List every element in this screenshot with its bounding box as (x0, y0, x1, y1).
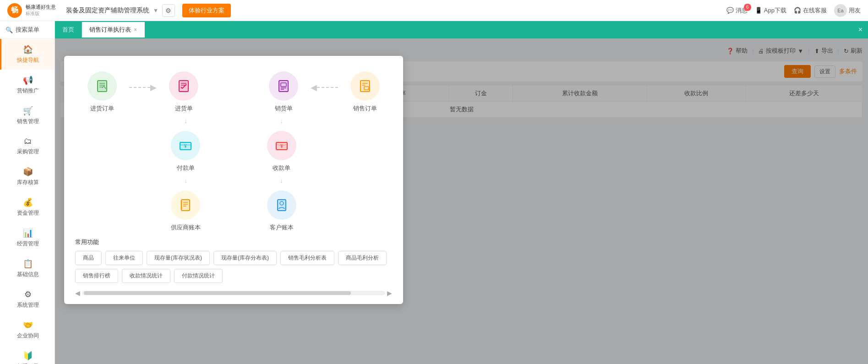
wf-node-receipt[interactable]: ¥ 收款单 (267, 126, 296, 177)
top-header: 畅 畅康通好生意 标准版 装备及固定资产辅助管理系统 ▼ ⚙ 体验行业方案 💬 … (0, 0, 868, 21)
purchase-icon: 🗂 (24, 136, 32, 146)
tab-close-icon[interactable]: × (134, 27, 137, 33)
sidebar-item-enterprise[interactable]: 🤝 企业协同 (0, 315, 55, 345)
sidebar-item-inventory[interactable]: 📦 库存核算 (0, 161, 55, 192)
payment-icon: ¥ (171, 131, 200, 160)
user-item[interactable]: Ea 用友 (834, 4, 861, 17)
system-dropdown-arrow[interactable]: ▼ (153, 7, 158, 14)
system-icon: ⚙ (24, 289, 32, 299)
svg-rect-31 (180, 201, 182, 210)
tab-home-label: 首页 (62, 26, 74, 34)
app-name: 畅康通好生意 (26, 4, 56, 10)
tab-sales-order-label: 销售订单执行表 (89, 26, 131, 34)
search-menu-label: 搜索菜单 (16, 26, 39, 34)
svg-rect-22 (180, 144, 191, 146)
app-logo-icon: 畅 (7, 3, 22, 18)
receipt-icon: ¥ (267, 131, 296, 160)
message-item[interactable]: 💬 消息 6 (726, 6, 748, 15)
main-layout: 🔍 搜索菜单 🏠 快捷导航 📢 营销推广 🛒 销售管理 🗂 采购管理 📦 库存核… (0, 21, 868, 364)
wf-node-purchase-bill[interactable]: 进货单 (157, 67, 211, 117)
wf-node-customer-ledger[interactable]: 客户账本 (267, 186, 296, 236)
wf-node-sales-order[interactable]: 销售订单 (338, 67, 392, 117)
wf-node-supplier-ledger[interactable]: 供应商账本 (171, 186, 201, 236)
wf-col-customer-ledger: ↓ 客户账本 (252, 177, 311, 236)
sidebar-item-label-finance: 资金管理 (17, 209, 39, 217)
modal-scroll-thumb (84, 291, 351, 295)
search-menu[interactable]: 🔍 搜索菜单 (0, 21, 55, 39)
cf-buttons-row1: 商品 往来单位 现存量(库存状况表) 现存量(库存分布表) 销售毛利分析表 商品… (75, 251, 392, 265)
sidebar-item-guide[interactable]: 🔰 新手引导 (0, 345, 55, 364)
workflow-diagram: 进货订单 ▶ (75, 67, 392, 236)
tab-home[interactable]: 首页 (55, 22, 82, 38)
purchase-bill-icon (169, 71, 198, 101)
sidebar-item-system[interactable]: ⚙ 系统管理 (0, 284, 55, 315)
avatar: Ea (834, 4, 847, 17)
sidebar-item-quick-nav[interactable]: 🏠 快捷导航 (0, 39, 55, 70)
cf-btn-sales-rank[interactable]: 销售排行榜 (75, 269, 118, 283)
sales-icon: 🛒 (23, 106, 33, 116)
sidebar-item-purchase[interactable]: 🗂 采购管理 (0, 131, 55, 161)
cf-btn-stock-status[interactable]: 现存量(库存状况表) (147, 251, 210, 265)
trial-button[interactable]: 体验行业方案 (182, 4, 231, 17)
sidebar-item-label-purchase: 采购管理 (17, 148, 39, 156)
svg-rect-5 (179, 81, 188, 92)
wf-col-payment: ↓ ¥ 付款单 (156, 117, 215, 177)
sales-bill-label: 销货单 (275, 104, 293, 113)
tab-close-all[interactable]: × (853, 26, 868, 34)
settings-button[interactable]: ⚙ (162, 4, 175, 17)
wf-node-payment[interactable]: ¥ 付款单 (171, 126, 200, 177)
tab-sales-order[interactable]: 销售订单执行表 × (82, 22, 145, 38)
common-functions: 常用功能 商品 往来单位 现存量(库存状况表) 现存量(库存分布表) 销售毛利分… (75, 238, 392, 283)
modal-scrollbar-area: ◀ ▶ (75, 289, 392, 297)
sidebar-item-label-system: 系统管理 (17, 301, 39, 309)
customer-ledger-label: 客户账本 (270, 223, 294, 232)
logo-area: 畅 畅康通好生意 标准版 (7, 3, 62, 18)
modal-scrollbar[interactable] (82, 291, 385, 295)
arrow-sales-order-to-bill: ◀ (311, 82, 338, 92)
sidebar-item-sales[interactable]: 🛒 销售管理 (0, 100, 55, 131)
svg-rect-9 (279, 81, 288, 92)
modal-overlay[interactable]: 进货订单 ▶ (55, 38, 868, 364)
sidebar-item-finance[interactable]: 💰 资金管理 (0, 192, 55, 223)
cf-btn-receipt-stats[interactable]: 收款情况统计 (122, 269, 170, 283)
finance-icon: 💰 (23, 197, 33, 207)
wf-col-supplier-ledger: ↓ 供应商账本 (156, 177, 215, 236)
arrow-down-payment: ↓ (184, 117, 187, 125)
cf-btn-partner[interactable]: 往来单位 (105, 251, 143, 265)
scroll-right-icon[interactable]: ▶ (387, 289, 392, 297)
arrow-down-receipt: ↓ (280, 117, 283, 125)
wf-node-sales-bill[interactable]: 销货单 (257, 67, 311, 117)
sales-order-icon (350, 71, 380, 101)
sidebar: 🔍 搜索菜单 🏠 快捷导航 📢 营销推广 🛒 销售管理 🗂 采购管理 📦 库存核… (0, 21, 55, 364)
sidebar-item-label-sales: 销售管理 (17, 118, 39, 125)
online-service-item[interactable]: 🎧 在线客服 (794, 6, 827, 15)
sidebar-item-label-business: 经营管理 (17, 240, 39, 248)
page-content: ❓ 帮助 | 🖨 按模板打印 ▼ | ⬆ 导出 | ↻ 刷新 (55, 38, 868, 364)
guide-icon: 🔰 (23, 351, 33, 361)
sidebar-item-business[interactable]: 📊 经营管理 (0, 223, 55, 253)
app-download-item[interactable]: 📱 App下载 (755, 6, 786, 15)
purchase-order-icon (87, 71, 117, 101)
sidebar-item-basic[interactable]: 📋 基础信息 (0, 253, 55, 284)
modal-box: 进货订单 ▶ (64, 56, 403, 304)
app-download-label: App下载 (764, 6, 786, 15)
customer-ledger-icon (267, 190, 296, 220)
cf-btn-goods[interactable]: 商品 (75, 251, 102, 265)
wf-node-purchase-order[interactable]: 进货订单 (75, 67, 129, 117)
business-icon: 📊 (23, 228, 33, 238)
basic-icon: 📋 (23, 259, 33, 269)
sidebar-item-marketing[interactable]: 📢 营销推广 (0, 70, 55, 100)
system-title-area: 装备及固定资产辅助管理系统 ▼ ⚙ 体验行业方案 (66, 4, 726, 17)
scroll-left-icon[interactable]: ◀ (75, 289, 80, 297)
cf-btn-goods-profit[interactable]: 商品毛利分析 (338, 251, 387, 265)
tab-bar: 首页 销售订单执行表 × × (55, 21, 868, 38)
sidebar-item-label-basic: 基础信息 (17, 271, 39, 278)
svg-text:¥: ¥ (184, 143, 187, 149)
sidebar-item-label-inventory: 库存核算 (17, 179, 39, 186)
header-right: 💬 消息 6 📱 App下载 🎧 在线客服 Ea 用友 (726, 4, 861, 17)
wf-col-receipt: ↓ ¥ 收款单 (252, 117, 311, 177)
cf-btn-sales-profit[interactable]: 销售毛利分析表 (280, 251, 334, 265)
cf-btn-stock-dist[interactable]: 现存量(库存分布表) (213, 251, 277, 265)
cf-btn-payment-stats[interactable]: 付款情况统计 (174, 269, 223, 283)
enterprise-icon: 🤝 (23, 320, 33, 330)
